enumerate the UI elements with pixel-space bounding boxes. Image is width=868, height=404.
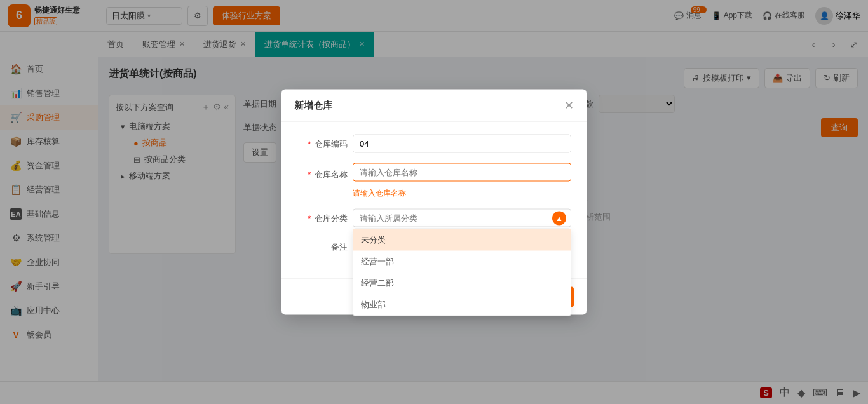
name-error-msg: 请输入仓库名称 (353, 189, 406, 198)
modal-title: 新增仓库 (294, 99, 332, 111)
dropdown-item-3[interactable]: 物业部 (353, 294, 571, 316)
modal-body: * 仓库编码 * 仓库名称 请输入仓库名称 * 仓库分类 (281, 122, 587, 279)
code-input[interactable] (353, 135, 571, 153)
remarks-label: 备注 (297, 238, 348, 253)
dropdown-item-2[interactable]: 经营二部 (353, 273, 571, 294)
category-arrow-icon[interactable]: ▲ (552, 211, 566, 225)
form-row-category: * 仓库分类 ▲ 未分类 经营一部 经营二部 物业部 (297, 209, 571, 227)
form-row-name: * 仓库名称 请输入仓库名称 (297, 163, 571, 199)
form-row-code: * 仓库编码 (297, 135, 571, 153)
modal-header: 新增仓库 ✕ (281, 90, 587, 122)
dropdown-item-0[interactable]: 未分类 (353, 229, 571, 251)
category-input[interactable] (353, 209, 571, 227)
name-input[interactable] (353, 163, 571, 182)
add-warehouse-modal: 新增仓库 ✕ * 仓库编码 * 仓库名称 请输入仓库名称 (281, 90, 587, 315)
name-label: * 仓库名称 (297, 165, 348, 180)
category-label: * 仓库分类 (297, 209, 348, 224)
category-dropdown: 未分类 经营一部 经营二部 物业部 (353, 229, 571, 316)
modal-close-button[interactable]: ✕ (564, 98, 574, 112)
code-label: * 仓库编码 (297, 135, 348, 150)
dropdown-item-1[interactable]: 经营一部 (353, 251, 571, 273)
category-wrapper: ▲ 未分类 经营一部 经营二部 物业部 (353, 209, 571, 227)
